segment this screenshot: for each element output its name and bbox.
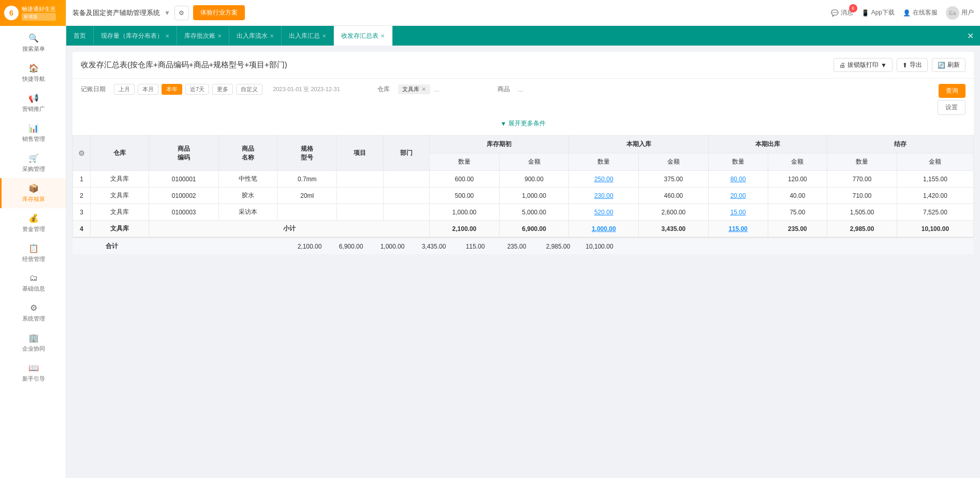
page-actions: 🖨 拔锁版打印 ▼ ⬆ 导出 🔄 刷新	[833, 58, 966, 72]
tabbar: 首页 现存量（库存分布表） ✕ 库存批次账 ✕ 出入库流水 ✕ 出入库汇总 ✕ …	[66, 26, 980, 46]
tab-close-in-out-summary[interactable]: ✕	[322, 33, 326, 39]
subtotal-out-qty[interactable]: 115.00	[708, 221, 768, 237]
col-close-amt-header: 金额	[897, 153, 973, 171]
date-btn-this-month[interactable]: 本月	[138, 84, 158, 95]
sidebar-item-purchase[interactable]: 🛒 采购管理	[0, 148, 66, 178]
sidebar-item-base[interactable]: 🗂 基础信息	[0, 268, 66, 298]
subtotal-open-amt: 6,900.00	[499, 221, 569, 237]
sidebar-item-quick[interactable]: 🏠 快捷导航	[0, 58, 66, 88]
row3-out-amt: 75.00	[768, 204, 827, 221]
row1-in-qty[interactable]: 250.00	[569, 171, 639, 187]
row3-open-qty: 1,000.00	[430, 204, 500, 221]
tab-inventory-dist[interactable]: 现存量（库存分布表） ✕	[94, 26, 177, 46]
search-icon: 🔍	[28, 33, 39, 43]
page-header: 收发存汇总表(按仓库+商品编码+商品+规格型号+项目+部门) 🖨 拔锁版打印 ▼…	[72, 52, 974, 78]
filter-dates: 上月 本月 本年 近7天 更多 自定义	[114, 84, 262, 95]
row1-open-qty: 600.00	[430, 171, 500, 187]
row2-spec: 20ml	[277, 187, 337, 204]
expand-conditions-button[interactable]: ▼ 展开更多条件	[501, 119, 546, 128]
row3-in-qty[interactable]: 520.00	[569, 204, 639, 221]
date-btn-last-month[interactable]: 上月	[114, 84, 135, 95]
message-button[interactable]: 💬 消息 6	[831, 8, 853, 17]
col-opening-header: 库存期初	[430, 136, 569, 153]
subtotal-close-amt: 10,100.00	[897, 221, 973, 237]
base-icon: 🗂	[30, 273, 38, 283]
quick-icon: 🏠	[28, 63, 39, 73]
chevron-down-icon: ▼	[881, 62, 887, 69]
row2-close-qty: 710.00	[827, 187, 897, 204]
sidebar-item-marketing[interactable]: 📢 营销推广	[0, 88, 66, 118]
tab-in-out-flow[interactable]: 出入库流水 ✕	[229, 26, 282, 46]
system-icon: ⚙	[30, 303, 37, 313]
warehouse-more[interactable]: ...	[434, 86, 440, 93]
date-label: 记账日期	[81, 85, 106, 94]
export-icon: ⬆	[902, 62, 908, 69]
filter-actions: 查询 设置	[938, 84, 966, 115]
date-btn-7days[interactable]: 近7天	[185, 84, 209, 95]
table-gear-icon[interactable]: ⚙	[78, 149, 85, 157]
total-close-amt: 10,100.00	[579, 243, 620, 250]
date-btn-this-year[interactable]: 本年	[162, 84, 182, 95]
col-code-header: 商品编码	[149, 136, 219, 171]
total-out-qty: 115.00	[455, 243, 496, 250]
warehouse-tag-remove[interactable]: ✕	[421, 86, 426, 93]
date-btn-more[interactable]: 更多	[212, 84, 233, 95]
close-all-tabs-button[interactable]: ✕	[961, 31, 980, 41]
tab-recv-send-summary[interactable]: 收发存汇总表 ✕	[334, 26, 392, 46]
filter-warehouse: 文具库 ✕ ...	[398, 84, 440, 94]
tab-close-inventory-dist[interactable]: ✕	[165, 33, 169, 39]
row3-close-qty: 1,505.00	[827, 204, 897, 221]
date-btn-custom[interactable]: 自定义	[236, 84, 262, 95]
sidebar-item-ops[interactable]: 📋 经营管理	[0, 238, 66, 268]
row3-close-amt: 7,525.00	[897, 204, 973, 221]
tab-batch-ledger[interactable]: 库存批次账 ✕	[177, 26, 229, 46]
export-button[interactable]: ⬆ 导出	[897, 58, 928, 72]
user-menu[interactable]: Ea 用户	[946, 6, 974, 20]
col-in-qty-header: 数量	[569, 153, 639, 171]
sidebar-item-finance[interactable]: 💰 资金管理	[0, 208, 66, 238]
row2-code: 0100002	[149, 187, 219, 204]
table-row: 1 文具库 0100001 中性笔 0.7mm 600.00 900.00 25…	[73, 171, 974, 187]
warehouse-tag: 文具库 ✕	[398, 84, 430, 94]
app-download-button[interactable]: 📱 App下载	[861, 8, 895, 17]
subtotal-name: 小计	[149, 221, 430, 237]
sidebar-item-sales[interactable]: 📊 销售管理	[0, 118, 66, 148]
tab-close-batch-ledger[interactable]: ✕	[217, 33, 222, 39]
sidebar-item-guide[interactable]: 📖 新手引导	[0, 358, 66, 388]
sidebar-item-inventory[interactable]: 📦 库存核算	[0, 178, 66, 208]
gear-button[interactable]: ⚙	[174, 6, 189, 20]
trial-button[interactable]: 体验行业方案	[193, 5, 245, 20]
refresh-button[interactable]: 🔄 刷新	[932, 58, 966, 72]
sidebar: 6 畅捷通好生意 标准版 🔍 搜索菜单 🏠 快捷导航 📢 营销推广 📊 销售管理…	[0, 0, 66, 478]
row3-project	[337, 204, 383, 221]
col-open-qty-header: 数量	[430, 153, 500, 171]
row2-warehouse: 文具库	[91, 187, 149, 204]
subtotal-open-qty: 2,100.00	[430, 221, 500, 237]
online-service-button[interactable]: 👤 在线客服	[903, 8, 938, 17]
sidebar-item-corp[interactable]: 🏢 企业协同	[0, 328, 66, 358]
sidebar-menu: 🔍 搜索菜单 🏠 快捷导航 📢 营销推广 📊 销售管理 🛒 采购管理 📦 库存核…	[0, 26, 66, 478]
sidebar-item-search[interactable]: 🔍 搜索菜单	[0, 28, 66, 58]
row2-out-qty[interactable]: 20.00	[708, 187, 768, 204]
message-icon: 💬	[831, 9, 839, 17]
tab-close-in-out-flow[interactable]: ✕	[270, 33, 274, 39]
row3-out-qty[interactable]: 15.00	[708, 204, 768, 221]
row2-project	[337, 187, 383, 204]
sidebar-item-system[interactable]: ⚙ 系统管理	[0, 298, 66, 328]
table-wrap: ⚙ 仓库 商品编码 商品名称 规格型号 项目 部门 库存期初 本期入库 本期出库…	[72, 135, 974, 254]
row2-in-qty[interactable]: 230.00	[569, 187, 639, 204]
print-button[interactable]: 🖨 拔锁版打印 ▼	[833, 58, 893, 72]
subtotal-in-qty[interactable]: 1,000.00	[569, 221, 639, 237]
row1-out-amt: 120.00	[768, 171, 827, 187]
query-button[interactable]: 查询	[939, 84, 966, 98]
row3-open-amt: 5,000.00	[499, 204, 569, 221]
topbar-dropdown-icon: ▼	[164, 9, 170, 17]
goods-more[interactable]: ...	[518, 86, 523, 93]
row2-in-amt: 460.00	[639, 187, 709, 204]
filter-settings-button[interactable]: 设置	[938, 100, 966, 115]
guide-icon: 📖	[28, 363, 39, 373]
tab-close-recv-send-summary[interactable]: ✕	[381, 33, 385, 39]
row1-out-qty[interactable]: 80.00	[708, 171, 768, 187]
tab-home[interactable]: 首页	[66, 26, 94, 46]
tab-in-out-summary[interactable]: 出入库汇总 ✕	[282, 26, 334, 46]
